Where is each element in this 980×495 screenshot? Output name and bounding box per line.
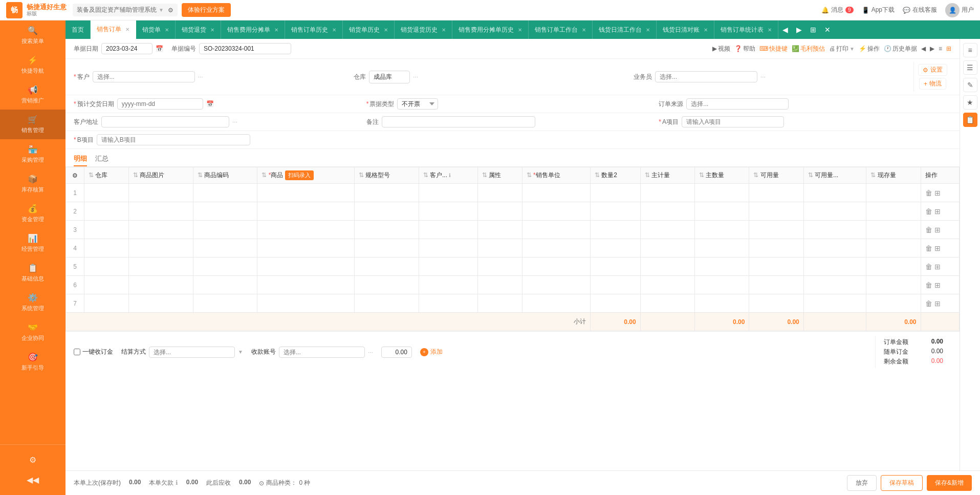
tab-close-sales-returns-history[interactable]: ✕ [384, 27, 388, 33]
row4-ops[interactable]: 🗑 ⊞ [921, 239, 959, 257]
sidebar-item-operations[interactable]: 📊 经营管理 [0, 228, 66, 258]
row5-attr[interactable] [477, 257, 522, 276]
tab-sales-refund-history[interactable]: 销货退货历史 ✕ [395, 20, 452, 39]
row7-main-unit[interactable] [640, 294, 694, 313]
sidebar-settings-btn[interactable]: ⚙ [0, 450, 66, 470]
th-settings[interactable]: ⚙ [66, 167, 84, 184]
row4-avail-qty2[interactable] [803, 239, 866, 257]
account-input[interactable] [279, 347, 365, 358]
tab-next-btn[interactable]: ▶ [792, 20, 806, 39]
customer-input[interactable] [93, 71, 195, 82]
order-number-value[interactable]: SO-20230324-001 [199, 43, 291, 54]
row1-image[interactable] [129, 184, 193, 202]
user-btn[interactable]: 👤 用户 [945, 3, 974, 17]
tab-cash-daily-workbench[interactable]: 钱货日清工作台 ✕ [593, 20, 657, 39]
scan-btn[interactable]: 扫码录入 [285, 170, 314, 180]
help-btn[interactable]: ❓ 帮助 [734, 45, 755, 53]
table-tab-detail[interactable]: 明细 [74, 152, 87, 166]
row5-image[interactable] [129, 257, 193, 276]
profit-forecast-btn[interactable]: 💹 毛利预估 [792, 45, 825, 53]
tab-close-sales-expense-split[interactable]: ✕ [274, 27, 278, 33]
row3-main-qty[interactable] [695, 221, 749, 239]
tab-sales-order-workbench[interactable]: 销售订单工作台 ✕ [529, 20, 593, 39]
settings-action-btn[interactable]: ⚙ 设置 [918, 64, 947, 76]
sidebar-item-search[interactable]: 🔍 搜索菜单 [0, 20, 66, 50]
tab-sales-refund[interactable]: 销货退货 ✕ [176, 20, 221, 39]
row7-product[interactable] [257, 294, 355, 313]
row5-avail-qty2[interactable] [803, 257, 866, 276]
tab-sales-order-history[interactable]: 销售订单历史 ✕ [285, 20, 343, 39]
row5-product[interactable] [257, 257, 355, 276]
row2-avail-qty2[interactable] [803, 202, 866, 221]
row1-warehouse[interactable] [84, 184, 129, 202]
row3-image[interactable] [129, 221, 193, 239]
sidebar-item-enterprise[interactable]: 🤝 企业协同 [0, 317, 66, 347]
sidebar-item-inventory[interactable]: 📦 库存核算 [0, 169, 66, 199]
row1-copy-icon[interactable]: ⊞ [934, 189, 941, 197]
row4-stock[interactable] [866, 239, 921, 257]
row3-stock[interactable] [866, 221, 921, 239]
save-new-btn[interactable]: 保存&新增 [927, 475, 972, 491]
tab-close-all-btn[interactable]: ✕ [820, 20, 835, 39]
row4-qty2[interactable] [590, 239, 640, 257]
save-draft-btn[interactable]: 保存草稿 [881, 475, 923, 491]
row7-sales-unit[interactable] [522, 294, 590, 313]
row3-delete-icon[interactable]: 🗑 [925, 226, 932, 234]
row5-delete-icon[interactable]: 🗑 [925, 263, 932, 271]
tab-close-sales-refund[interactable]: ✕ [210, 27, 214, 33]
quick-collect-checkbox[interactable] [74, 349, 80, 355]
row2-sales-unit[interactable] [522, 202, 590, 221]
tab-close-sales-returns[interactable]: ✕ [165, 27, 169, 33]
row4-main-unit[interactable] [640, 239, 694, 257]
row2-main-unit[interactable] [640, 202, 694, 221]
remarks-input[interactable] [382, 116, 535, 127]
row2-product[interactable] [257, 202, 355, 221]
print-btn[interactable]: 🖨 打印 ▼ [829, 45, 855, 53]
order-source-input[interactable] [686, 98, 789, 110]
salesperson-more-icon[interactable]: ··· [760, 73, 766, 80]
row6-stock[interactable] [866, 276, 921, 294]
row4-warehouse[interactable] [84, 239, 129, 257]
view-video-btn[interactable]: ▶ 视频 [712, 45, 730, 53]
row6-delete-icon[interactable]: 🗑 [925, 281, 932, 289]
row7-delete-icon[interactable]: 🗑 [925, 299, 932, 308]
row7-customer-code[interactable] [419, 294, 477, 313]
row6-spec[interactable] [355, 276, 419, 294]
row1-code[interactable] [193, 184, 257, 202]
rap-btn-4[interactable]: ★ [963, 95, 977, 110]
row2-customer-code[interactable] [419, 202, 477, 221]
row3-spec[interactable] [355, 221, 419, 239]
customer-address-input[interactable] [101, 116, 229, 127]
row6-main-unit[interactable] [640, 276, 694, 294]
row3-warehouse[interactable] [84, 221, 129, 239]
row2-warehouse[interactable] [84, 202, 129, 221]
b-project-input[interactable] [97, 134, 250, 145]
row1-ops[interactable]: 🗑 ⊞ [921, 184, 959, 202]
tab-home[interactable]: 首页 [66, 20, 91, 39]
row1-main-qty[interactable] [695, 184, 749, 202]
row4-main-qty[interactable] [695, 239, 749, 257]
sidebar-item-quick-nav[interactable]: ⚡ 快捷导航 [0, 50, 66, 80]
tab-sales-order[interactable]: 销售订单 ✕ [91, 20, 136, 39]
row5-main-unit[interactable] [640, 257, 694, 276]
row4-spec[interactable] [355, 239, 419, 257]
row2-spec[interactable] [355, 202, 419, 221]
row2-stock[interactable] [866, 202, 921, 221]
online-support-btn[interactable]: 💬 在线客服 [903, 6, 937, 14]
quick-collect-checkbox-label[interactable]: 一键收订金 [74, 348, 113, 356]
table-tab-summary[interactable]: 汇总 [95, 152, 108, 166]
sidebar-item-purchase[interactable]: 🏪 采购管理 [0, 139, 66, 169]
row3-copy-icon[interactable]: ⊞ [934, 226, 941, 234]
tab-close-cash-daily-reconcile[interactable]: ✕ [704, 27, 708, 33]
rap-btn-3[interactable]: ✎ [963, 78, 977, 92]
tab-close-sales-refund-history[interactable]: ✕ [442, 27, 446, 33]
row1-customer-code[interactable] [419, 184, 477, 202]
row4-sales-unit[interactable] [522, 239, 590, 257]
rap-btn-2[interactable]: ☰ [963, 60, 977, 75]
row6-ops[interactable]: 🗑 ⊞ [921, 276, 959, 294]
row6-warehouse[interactable] [84, 276, 129, 294]
row7-warehouse[interactable] [84, 294, 129, 313]
delivery-date-input[interactable] [117, 98, 203, 110]
row3-ops[interactable]: 🗑 ⊞ [921, 221, 959, 239]
sidebar-item-marketing[interactable]: 📢 营销推广 [0, 80, 66, 110]
